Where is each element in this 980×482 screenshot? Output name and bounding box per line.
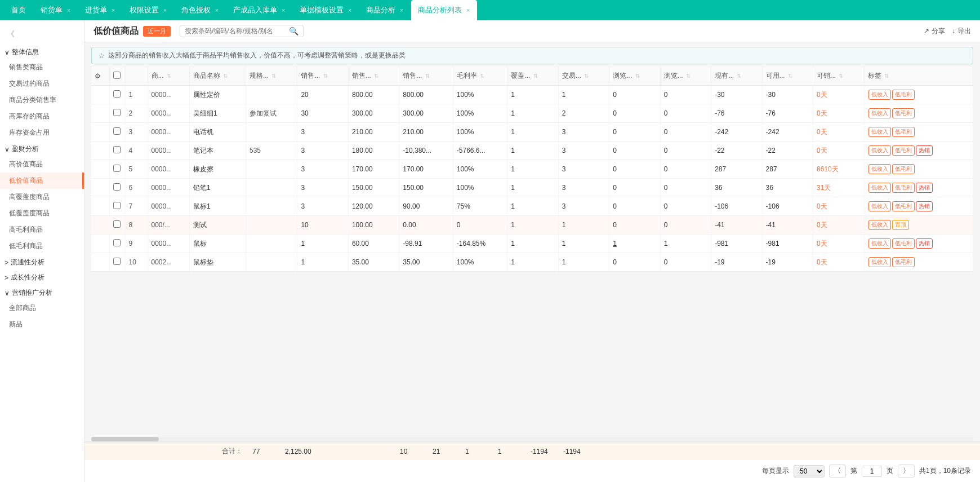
close-icon[interactable]: × [112, 7, 115, 14]
sidebar-item-low-coverage[interactable]: 低覆盖度商品 [0, 205, 84, 222]
close-icon[interactable]: × [215, 7, 219, 14]
cell-checkbox[interactable] [109, 197, 125, 216]
cell-view1[interactable]: 0 [609, 160, 660, 179]
sidebar-item-high-coverage[interactable]: 高覆盖度商品 [0, 189, 84, 205]
sidebar-item-stock-capital[interactable]: 库存资金占用 [0, 125, 84, 141]
close-icon[interactable]: × [400, 7, 403, 14]
sidebar-item-low-value[interactable]: 低价值商品 [0, 173, 84, 189]
sidebar-item-low-margin[interactable]: 低毛利商品 [0, 238, 84, 254]
table-row[interactable]: 6 0000... 铅笔1 3 150.00 150.00 100% 1 3 0… [91, 179, 973, 197]
cell-checkbox[interactable] [109, 104, 125, 123]
col-settings[interactable]: ⚙ [91, 67, 109, 86]
sidebar-item-high-value[interactable]: 高价值商品 [0, 156, 84, 173]
col-tags[interactable]: 标签 ⇅ [864, 67, 973, 86]
nav-home[interactable]: 首页 [5, 0, 33, 20]
col-s2[interactable]: 销售... ⇅ [348, 67, 399, 86]
col-current[interactable]: 现有... ⇅ [711, 67, 762, 86]
sidebar-item-high-stock[interactable]: 高库存的商品 [0, 108, 84, 125]
scrollbar-thumb[interactable] [91, 437, 159, 441]
sidebar-item-high-margin[interactable]: 高毛利商品 [0, 222, 84, 238]
export-btn[interactable]: ↓ 导出 [952, 26, 971, 36]
share-btn[interactable]: ↗ 分享 [924, 26, 945, 36]
nav-product-analysis-list[interactable]: 商品分析列表 × [411, 0, 476, 20]
view1-link[interactable]: 0 [613, 184, 617, 192]
cell-view1[interactable]: 0 [609, 179, 660, 197]
sidebar-item-category-sales[interactable]: 商品分类销售率 [0, 92, 84, 108]
table-container[interactable]: ⚙ 商... ⇅ 商品名称 ⇅ 规格... ⇅ 销售... ⇅ 销售... ⇅ … [84, 67, 980, 437]
col-margin[interactable]: 毛利率 ⇅ [453, 67, 507, 86]
col-name[interactable]: 商品名称 ⇅ [190, 67, 246, 86]
sidebar-group-growth[interactable]: > 成长性分析 [0, 269, 84, 285]
table-row[interactable]: 3 0000... 电话机 3 210.00 210.00 100% 1 3 0… [91, 123, 973, 141]
row-checkbox[interactable] [113, 165, 121, 172]
view1-link[interactable]: 0 [613, 258, 617, 266]
sidebar-collapse-btn[interactable]: 《 [5, 27, 17, 42]
row-checkbox[interactable] [113, 239, 121, 246]
close-icon[interactable]: × [67, 7, 70, 14]
sidebar-group-marketing[interactable]: ∨ 营销推广分析 [0, 285, 84, 300]
col-sellable[interactable]: 可销... ⇅ [813, 67, 864, 86]
cell-view1[interactable]: 1 [609, 235, 660, 253]
row-checkbox[interactable] [113, 127, 121, 135]
cell-checkbox[interactable] [109, 86, 125, 104]
cell-view1[interactable]: 0 [609, 141, 660, 160]
col-s1[interactable]: 销售... ⇅ [297, 67, 348, 86]
table-row[interactable]: 4 0000... 笔记本 535 3 180.00 -10,380... -5… [91, 141, 973, 160]
sidebar-item-all-products[interactable]: 全部商品 [0, 300, 84, 316]
nav-roles[interactable]: 角色授权 × [175, 0, 225, 20]
view1-link[interactable]: 0 [613, 147, 617, 154]
row-checkbox[interactable] [113, 90, 121, 98]
table-row[interactable]: 2 0000... 吴细细1 参加复试 30 300.00 300.00 100… [91, 104, 973, 123]
col-checkbox[interactable] [109, 67, 125, 86]
table-row[interactable]: 7 0000... 鼠标1 3 120.00 90.00 75% 1 3 0 0… [91, 197, 973, 216]
cell-checkbox[interactable] [109, 179, 125, 197]
col-view1[interactable]: 浏览... ⇅ [609, 67, 660, 86]
nav-purchase[interactable]: 进货单 × [78, 0, 122, 20]
nav-permissions[interactable]: 权限设置 × [123, 0, 173, 20]
view1-link[interactable]: 0 [613, 202, 617, 210]
sidebar-item-new-products[interactable]: 新品 [0, 316, 84, 333]
cell-checkbox[interactable] [109, 216, 125, 235]
table-row[interactable]: 9 0000... 鼠标 1 60.00 -98.91 -164.85% 1 1… [91, 235, 973, 253]
table-row[interactable]: 10 0002... 鼠标垫 1 35.00 35.00 100% 1 1 0 … [91, 253, 973, 272]
cell-view1[interactable]: 0 [609, 197, 660, 216]
cell-view1[interactable]: 0 [609, 86, 660, 104]
view1-link[interactable]: 1 [613, 240, 617, 247]
col-code[interactable]: 商... ⇅ [148, 67, 190, 86]
row-checkbox[interactable] [113, 183, 121, 191]
page-size-select[interactable]: 50 100 [794, 465, 825, 477]
select-all-checkbox[interactable] [113, 72, 121, 79]
nav-product-analysis[interactable]: 商品分析 × [359, 0, 410, 20]
cell-view1[interactable]: 0 [609, 104, 660, 123]
col-s3[interactable]: 销售... ⇅ [399, 67, 453, 86]
search-input[interactable] [185, 27, 289, 35]
period-tag-btn[interactable]: 近一月 [143, 26, 171, 37]
sidebar-item-sales-products[interactable]: 销售类商品 [0, 59, 84, 76]
cell-checkbox[interactable] [109, 141, 125, 160]
close-icon[interactable]: × [282, 7, 285, 14]
col-available[interactable]: 可用... ⇅ [762, 67, 813, 86]
cell-checkbox[interactable] [109, 160, 125, 179]
table-row[interactable]: 8 000/... 测试 10 100.00 0.00 0 1 1 0 0 -4… [91, 216, 973, 235]
close-icon[interactable]: × [163, 7, 167, 14]
col-coverage[interactable]: 覆盖... ⇅ [507, 67, 558, 86]
view1-link[interactable]: 0 [613, 128, 617, 136]
col-spec[interactable]: 规格... ⇅ [246, 67, 297, 86]
cell-checkbox[interactable] [109, 123, 125, 141]
next-page-btn[interactable]: 〉 [898, 465, 915, 477]
row-checkbox[interactable] [113, 109, 121, 116]
row-checkbox[interactable] [113, 220, 121, 228]
sidebar-group-financial[interactable]: ∨ 盈财分析 [0, 141, 84, 156]
table-row[interactable]: 1 0000... 属性定价 20 800.00 800.00 100% 1 1… [91, 86, 973, 104]
row-checkbox[interactable] [113, 146, 121, 153]
cell-view1[interactable]: 0 [609, 253, 660, 272]
row-checkbox[interactable] [113, 202, 121, 209]
search-icon[interactable]: 🔍 [289, 26, 299, 36]
nav-sales[interactable]: 销货单 × [34, 0, 77, 20]
nav-product-entry[interactable]: 产成品入库单 × [226, 0, 292, 20]
view1-link[interactable]: 0 [613, 165, 617, 173]
cell-checkbox[interactable] [109, 235, 125, 253]
row-checkbox[interactable] [113, 258, 121, 265]
sidebar-group-liquidity[interactable]: > 流通性分析 [0, 254, 84, 269]
cell-view1[interactable]: 0 [609, 216, 660, 235]
